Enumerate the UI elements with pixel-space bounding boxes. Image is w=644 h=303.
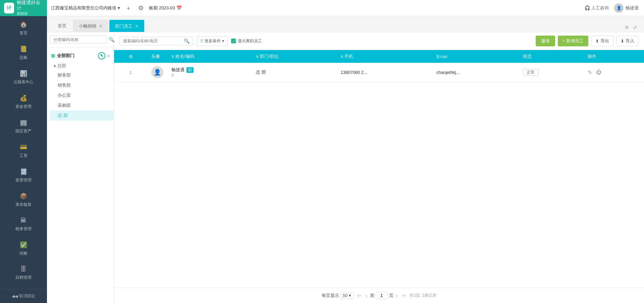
dept-item-purchase[interactable]: 采购部 (50, 100, 114, 111)
sidebar-item-funds[interactable]: 💰 资金管理 (0, 90, 47, 114)
dept-group-name: 总部 (57, 63, 66, 69)
tab-expense[interactable]: 小畅报销✕ (73, 20, 108, 32)
dept-item-office[interactable]: 办公室 (50, 90, 114, 100)
sidebar-item-archive[interactable]: 🗄 归档管理 (0, 261, 47, 285)
add-employee-button[interactable]: + 新增员工 (558, 36, 588, 46)
sidebar-label-archive: 归档管理 (15, 275, 32, 280)
col-email: Email (432, 50, 519, 63)
col-phone[interactable]: ⇅ 手机 (336, 50, 432, 63)
home-icon: 🏠 (20, 21, 27, 28)
add-account-button[interactable]: ＋ (124, 3, 133, 13)
calendar-icon[interactable]: 📅 (176, 5, 182, 10)
service-button[interactable]: 🎧 人工咨询 (585, 5, 609, 11)
action-icons: ✎ ⏻ (588, 69, 640, 76)
per-page-value: 50 (343, 293, 347, 298)
dept-group-label-total[interactable]: ▾ 总部 (50, 61, 114, 70)
right-panel: 🔍 ▽ 更多条件 ▾ ✓ 显示离职员工 邀请 + 新增员工 (114, 32, 644, 303)
col-settings[interactable]: ⚙ (114, 50, 147, 63)
row-dept: 总 部 (252, 63, 336, 82)
user-menu[interactable]: 👤 畅捷通 (614, 3, 639, 13)
first-page-button[interactable]: ⊢ (356, 292, 363, 299)
assets-icon: 🏢 (20, 119, 27, 126)
dept-item-finance[interactable]: 财务部 (50, 70, 114, 80)
content-area: 首页小畅报销✕部门员工✕ ✕ ⤢ 🔍 ⊞ 全部部门 ✎ « (47, 16, 644, 303)
employee-search-box[interactable]: 🔍 (119, 37, 193, 45)
sidebar-item-assets[interactable]: 🏢 固定资产 (0, 114, 47, 139)
row-email: chanjethkj... (432, 63, 519, 82)
current-page-input[interactable] (376, 292, 388, 299)
export-button[interactable]: ⬆ 导出 (591, 36, 613, 46)
dept-search-icon[interactable]: 🔍 (109, 37, 114, 42)
prev-page-button[interactable]: ‹ (364, 292, 369, 299)
collapse-icon[interactable]: « (107, 53, 110, 58)
next-page-button[interactable]: › (395, 292, 399, 299)
sidebar-label-tax: 税务管理 (15, 226, 32, 232)
logo-text-block: 畅捷通好会计 旗舰版 (17, 0, 43, 16)
tab-close-dept_employee[interactable]: ✕ (135, 24, 139, 29)
inventory-icon: 📦 (20, 192, 27, 200)
edit-button[interactable]: ✎ (588, 69, 592, 76)
search-icon[interactable]: 🔍 (184, 38, 190, 44)
period-label: 账期 (149, 5, 158, 11)
maximize-window-button[interactable]: ⤢ (632, 23, 639, 32)
tab-content: 🔍 ⊞ 全部部门 ✎ « ▾ 总部 财务部 (47, 32, 644, 303)
employee-table: ⚙ 头像 ⇅ 姓名/编码 ⇅ 部门/职位 ⇅ 手机 (114, 50, 644, 82)
invite-button[interactable]: 邀请 (536, 36, 555, 46)
logout-button[interactable]: ⏻ (596, 69, 601, 75)
sidebar-item-invoice[interactable]: 🧾 发票管理 (0, 163, 47, 188)
row-phone: 13807060 2... (336, 63, 432, 82)
sidebar-item-checkout[interactable]: ✅ 结账 (0, 236, 47, 261)
last-page-button[interactable]: ⊣ (400, 292, 407, 299)
sidebar-item-tax[interactable]: 🏛 税务管理 (0, 212, 47, 236)
sidebar-item-reports[interactable]: 📊 云报表中心 (0, 65, 47, 90)
tab-home[interactable]: 首页 (52, 20, 72, 32)
show-resign-checkbox[interactable]: ✓ (231, 39, 236, 43)
per-page-dropdown[interactable]: 50 ▾ (340, 292, 354, 299)
tab-close-expense[interactable]: ✕ (99, 24, 102, 29)
employee-name: 畅捷通 部 (171, 67, 248, 73)
headset-icon: 🎧 (585, 5, 590, 10)
tax-icon: 🏛 (20, 217, 26, 224)
row-name-cell: 畅捷通 部 0 (167, 63, 252, 82)
sidebar-item-ledger[interactable]: 📒 总账 (0, 41, 47, 65)
col-avatar: 头像 (147, 50, 167, 63)
all-dept-item[interactable]: ⊞ 全部部门 ✎ « (47, 50, 114, 61)
filter-chevron-icon: ▾ (222, 39, 224, 43)
show-resign-toggle[interactable]: ✓ 显示离职员工 (231, 38, 262, 44)
settings-icon: ⚙ (129, 54, 133, 59)
close-window-button[interactable]: ✕ (623, 23, 630, 32)
employee-search-input[interactable] (123, 39, 182, 43)
filter-button[interactable]: ▽ 更多条件 ▾ (197, 36, 228, 46)
company-name: 江西服宝精品有限责任公司内账张 (51, 5, 116, 11)
sidebar-item-home[interactable]: 🏠 首页 (0, 16, 47, 41)
settings-button[interactable]: ⚙ (137, 3, 145, 13)
sidebar-item-salary[interactable]: 💳 工资 (0, 139, 47, 163)
sort-dept-icon: ⇅ (256, 55, 259, 58)
dept-search-input[interactable] (50, 36, 107, 44)
row-avatar-cell: 👤 (147, 63, 167, 82)
service-label: 人工咨询 (591, 5, 609, 11)
import-button[interactable]: ⬇ 导入 (616, 36, 639, 46)
tab-dept_employee[interactable]: 部门员工✕ (109, 20, 144, 32)
sidebar-item-expense[interactable]: 📋 小畅报销 (0, 285, 47, 289)
cancel-pin-button[interactable]: ◀◀ 取消固定 (0, 289, 47, 303)
col-name[interactable]: ⇅ 姓名/编码 (167, 50, 252, 63)
sidebar-item-inventory[interactable]: 📦 库存核算 (0, 188, 47, 212)
invoice-icon: 🧾 (20, 168, 27, 175)
chevron-down-icon: ▾ (54, 63, 56, 69)
dept-item-general[interactable]: 总 部 (50, 111, 114, 121)
col-action: 操作 (584, 50, 644, 63)
import-label: 导入 (626, 38, 634, 44)
cancel-pin-label: 取消固定 (19, 293, 35, 299)
sort-phone-icon: ⇅ (340, 55, 343, 58)
tab-label-home: 首页 (58, 23, 66, 29)
col-status: 状态 (519, 50, 584, 63)
dept-item-sales[interactable]: 销售部 (50, 80, 114, 90)
dept-edit-button[interactable]: ✎ (98, 52, 105, 59)
checkout-icon: ✅ (20, 241, 27, 249)
company-selector[interactable]: 江西服宝精品有限责任公司内账张 ▾ (51, 5, 120, 11)
filter-icon: ▽ (200, 39, 203, 43)
row-status: 正常 (519, 63, 584, 82)
col-dept[interactable]: ⇅ 部门/职位 (252, 50, 336, 63)
app-name: 畅捷通好会计 (17, 0, 43, 11)
